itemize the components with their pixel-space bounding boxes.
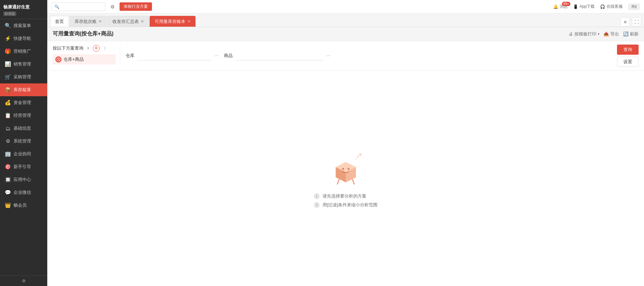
chart-icon: 📊 <box>5 61 11 67</box>
industry-solution-button[interactable]: 体验行业方案 <box>120 2 152 11</box>
scheme-settings-icon[interactable]: ⚙ <box>93 45 100 52</box>
add-scheme-button[interactable]: ＋ <box>85 45 91 52</box>
sidebar-item-label: 企业协同 <box>14 151 31 157</box>
goods-more-button[interactable]: ··· <box>326 53 330 59</box>
building-icon: 🏢 <box>5 151 11 157</box>
gift-icon: 🎁 <box>5 48 11 54</box>
topbar: 🔍 ⚙ 体验行业方案 🔔 消息 99+ 📱 App下载 🎧 在线客服 Rit <box>47 0 644 14</box>
gear-icon: ⚙ <box>5 138 11 144</box>
svg-line-7 <box>337 180 339 184</box>
settings-button[interactable]: 设置 <box>617 57 639 67</box>
money-icon: 💰 <box>5 100 11 106</box>
sidebar-nav: 🔍 搜索菜单 ⚡ 快捷导航 🎁 营销推广 📊 销售管理 🛒 采购管理 📦 库存核… <box>0 19 47 276</box>
tab-close-icon[interactable]: ✕ <box>99 19 102 24</box>
goods-input[interactable] <box>235 51 323 60</box>
message-badge: 99+ <box>562 2 570 6</box>
filter-schemes: 按以下方案查询 ＋ ⚙ 《 仓库+商品 <box>53 45 120 64</box>
sidebar-item-label: 经营管理 <box>14 112 31 119</box>
online-service-button[interactable]: 🎧 在线客服 <box>600 4 623 9</box>
app-download-button[interactable]: 📱 App下载 <box>573 4 595 9</box>
export-button[interactable]: 📤 导出 <box>603 31 619 37</box>
sidebar-brand: 畅康通好生意 <box>3 4 44 10</box>
printer-icon: 🖨 <box>569 31 573 36</box>
tab-close-icon[interactable]: ✕ <box>141 19 144 24</box>
main-content: 🔍 ⚙ 体验行业方案 🔔 消息 99+ 📱 App下载 🎧 在线客服 Rit <box>47 0 644 286</box>
tab-home[interactable]: 首页 <box>50 16 69 27</box>
tab-receipt-label: 收发存汇总表 <box>112 19 139 25</box>
bell-icon: 🔔 <box>553 4 558 9</box>
headset-icon: 🎧 <box>600 4 605 9</box>
sidebar-item-label: 应用中心 <box>14 177 31 183</box>
cart-icon: 🛒 <box>5 74 11 80</box>
search-icon-topbar: 🔍 <box>54 4 59 9</box>
tip-text-2: 用[过滤]条件来缩小分析范围 <box>323 202 378 208</box>
sidebar-bottom[interactable]: ⚙ <box>0 276 47 286</box>
tab-bar-actions: ✕ ⛶ <box>620 17 641 27</box>
svg-point-10 <box>357 156 359 158</box>
chevron-down-icon: ▾ <box>598 32 599 36</box>
empty-state: 1 请先选择要分析的方案 2 用[过滤]条件来缩小分析范围 <box>47 71 644 286</box>
target-icon: 🎯 <box>5 164 11 170</box>
sidebar-item-sales[interactable]: 📊 销售管理 <box>0 58 47 71</box>
sidebar-item-label: 销售管理 <box>14 61 31 67</box>
sidebar-item-app-center[interactable]: 🔲 应用中心 <box>0 173 47 186</box>
empty-tip-1: 1 请先选择要分析的方案 <box>314 193 378 199</box>
sidebar-item-wechat[interactable]: 💬 企业微信 <box>0 186 47 199</box>
sidebar-item-member[interactable]: 👑 畅会员 <box>0 199 47 212</box>
tab-receipt-summary[interactable]: 收发存汇总表 ✕ <box>107 16 149 27</box>
svg-point-11 <box>359 153 362 156</box>
sidebar-item-inventory[interactable]: 📦 库存核算 <box>0 83 47 96</box>
app-download-label: App下载 <box>579 4 595 9</box>
filter-scheme-item[interactable]: 仓库+商品 <box>53 54 116 64</box>
filter-content: 仓库 ··· 商品 ··· 查询 设置 <box>120 45 639 67</box>
warehouse-input[interactable] <box>137 51 211 60</box>
tab-close-icon[interactable]: ✕ <box>187 19 190 24</box>
sidebar-item-label: 快捷导航 <box>14 35 31 42</box>
sidebar-item-enterprise[interactable]: 🏢 企业协同 <box>0 148 47 160</box>
sidebar: 畅康通好生意 标准版 🔍 搜索菜单 ⚡ 快捷导航 🎁 营销推广 📊 销售管理 🛒… <box>0 0 47 286</box>
sidebar-item-search[interactable]: 🔍 搜索菜单 <box>0 19 47 32</box>
svg-point-6 <box>347 168 350 170</box>
tab-close-all-button[interactable]: ✕ <box>620 17 630 27</box>
tab-available-ledger[interactable]: 可用量库存账本 ✕ <box>150 16 196 27</box>
topbar-search-box[interactable]: 🔍 <box>51 2 105 11</box>
sidebar-collapse-icon: ⚙ <box>22 279 26 283</box>
refresh-button[interactable]: 🔄 刷新 <box>623 31 639 37</box>
tip-number-2: 2 <box>314 202 320 208</box>
sidebar-item-purchase[interactable]: 🛒 采购管理 <box>0 71 47 83</box>
warehouse-more-button[interactable]: ··· <box>214 53 218 59</box>
svg-point-5 <box>342 168 344 170</box>
chat-icon: 💬 <box>5 189 11 196</box>
warehouse-label: 仓库 <box>126 53 134 59</box>
collapse-schemes-button[interactable]: 《 <box>102 45 106 51</box>
print-template-button[interactable]: 🖨 按模板打印 ▾ <box>569 31 599 37</box>
sidebar-item-marketing[interactable]: 🎁 营销推广 <box>0 45 47 58</box>
refresh-icon: 🔄 <box>623 31 628 36</box>
svg-line-8 <box>353 180 354 184</box>
sidebar-item-operations[interactable]: 📋 经营管理 <box>0 109 47 122</box>
page-header: 可用量查询(按仓库+商品) 🖨 按模板打印 ▾ 📤 导出 🔄 刷新 <box>47 27 644 41</box>
brand-name: 畅康通好生意 <box>3 4 30 10</box>
goods-filter-field: 商品 ··· <box>224 51 330 60</box>
tab-expand-button[interactable]: ⛶ <box>632 17 641 27</box>
sidebar-item-guide[interactable]: 🎯 新手引导 <box>0 160 47 173</box>
crown-icon: 👑 <box>5 202 11 208</box>
filter-schemes-header: 按以下方案查询 ＋ ⚙ 《 <box>53 45 116 52</box>
user-profile[interactable]: Rit <box>628 3 640 10</box>
filter-bar: 按以下方案查询 ＋ ⚙ 《 仓库+商品 仓库 ··· 商品 ··· <box>47 41 644 71</box>
topbar-settings-button[interactable]: ⚙ <box>108 2 117 11</box>
export-icon: 📤 <box>603 31 609 36</box>
query-button[interactable]: 查询 <box>617 45 639 55</box>
sidebar-item-finance[interactable]: 💰 资金管理 <box>0 96 47 109</box>
sidebar-item-label: 搜索菜单 <box>14 23 31 29</box>
message-button[interactable]: 🔔 消息 99+ <box>553 4 568 9</box>
sidebar-item-label: 采购管理 <box>14 74 31 80</box>
sidebar-item-basic-info[interactable]: 🗂 基础信息 <box>0 122 47 135</box>
online-service-label: 在线客服 <box>607 4 623 9</box>
sidebar-item-label: 基础信息 <box>14 125 31 131</box>
sidebar-item-system[interactable]: ⚙ 系统管理 <box>0 135 47 148</box>
flash-icon: ⚡ <box>5 35 11 42</box>
box-icon: 📦 <box>5 87 11 93</box>
tab-batch-ledger[interactable]: 库存批次账 ✕ <box>70 16 107 27</box>
sidebar-item-shortcut[interactable]: ⚡ 快捷导航 <box>0 32 47 45</box>
